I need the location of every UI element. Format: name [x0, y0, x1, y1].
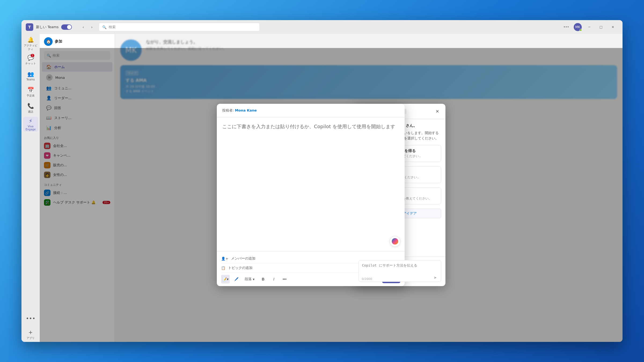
- chat-badge: 1: [31, 54, 34, 57]
- copilot-input-area: 0/2000 ➤: [354, 257, 445, 286]
- copilot-mini-icon: [392, 238, 398, 245]
- title-bar-right: ••• MK ─ □ ✕: [561, 23, 618, 31]
- sidebar-item-activity[interactable]: 🔔 アクティビティ: [23, 36, 38, 51]
- close-button[interactable]: ✕: [608, 23, 618, 31]
- nav-forward-button[interactable]: ›: [88, 23, 96, 31]
- sidebar-item-calls[interactable]: 📞 通話: [23, 101, 38, 116]
- calendar-icon-wrapper: 📅: [27, 87, 34, 93]
- paragraph-dropdown[interactable]: 段落 ▾: [243, 276, 257, 283]
- add-topic-label: トピックの追加: [228, 265, 253, 270]
- calls-icon-wrapper: 📞: [27, 103, 34, 109]
- search-icon: 🔍: [102, 25, 107, 29]
- chat-icon-wrapper: 💬 1: [27, 54, 34, 61]
- nav-back-button[interactable]: ‹: [79, 23, 87, 31]
- sidebar-item-label-activity: アクティビティ: [23, 44, 38, 51]
- search-placeholder: 検索: [109, 25, 116, 29]
- more-options-button[interactable]: •••: [561, 23, 572, 31]
- paragraph-label: 段落: [245, 277, 252, 282]
- viva-icon-wrapper: ⚡: [27, 118, 34, 124]
- sidebar-item-viva[interactable]: ⚡ Viva Engage: [23, 117, 38, 132]
- more-format-button[interactable]: •••: [280, 275, 289, 283]
- italic-label: I: [273, 277, 275, 281]
- activity-icon: 🔔: [27, 36, 34, 43]
- teams-window: T 新しい Teams ‹ › 🔍 検索 ••• MK ─ □ ✕: [21, 20, 623, 342]
- sidebar-item-label-calendar: 予定表: [27, 94, 35, 98]
- bold-button[interactable]: B: [259, 275, 268, 283]
- copilot-close-button[interactable]: ✕: [434, 108, 441, 115]
- avatar[interactable]: MK: [574, 23, 582, 31]
- add-member-label: メンバーの追加: [231, 256, 255, 261]
- copilot-send-button[interactable]: ➤: [432, 274, 438, 281]
- window-controls: ─ □ ✕: [584, 23, 618, 31]
- calls-icon: 📞: [27, 103, 34, 109]
- teams-logo-icon: T: [26, 23, 33, 31]
- global-search-bar[interactable]: 🔍 検索: [99, 23, 260, 31]
- teams-icon: 👥: [27, 71, 34, 77]
- left-panel-header: 🏠 参加: [40, 34, 115, 49]
- modal-body[interactable]: ここに下書きを入力または貼り付けるか、Copilot を使用して使用を開始します: [217, 117, 405, 251]
- teams-icon-wrapper: 👥: [27, 71, 34, 77]
- post-modal: 投稿者: Mona Kane ここに下書きを入力または貼り付けるか、Copilo…: [217, 104, 405, 286]
- author-label: 投稿者:: [222, 108, 234, 112]
- avatar-status-indicator: [580, 29, 582, 31]
- add-topic-icon: 📋: [221, 266, 225, 270]
- community-icon: 🏠: [44, 37, 53, 46]
- app-title: 新しい Teams: [36, 25, 58, 29]
- italic-button[interactable]: I: [270, 275, 278, 283]
- bold-label: B: [262, 277, 264, 281]
- modal-header: 投稿者: Mona Kane: [217, 104, 405, 117]
- nav-arrows: ‹ ›: [79, 23, 96, 31]
- author-name: Mona Kane: [235, 108, 257, 112]
- text-format-button[interactable]: 📝▾: [221, 275, 230, 283]
- copilot-fab-button[interactable]: [390, 236, 400, 247]
- minimize-button[interactable]: ─: [584, 23, 595, 31]
- apps-icon: +: [28, 329, 33, 335]
- new-teams-toggle[interactable]: [61, 24, 72, 30]
- sidebar-item-label-chat: チャット: [25, 62, 36, 65]
- maximize-button[interactable]: □: [596, 23, 606, 31]
- sidebar-item-label-calls: 通話: [28, 110, 33, 114]
- more-icon: •••: [26, 315, 35, 322]
- sidebar: 🔔 アクティビティ 💬 1 チャット 👥 Teams 📅: [21, 34, 40, 342]
- sidebar-item-teams[interactable]: 👥 Teams: [23, 68, 38, 83]
- app-body: 🔔 アクティビティ 💬 1 チャット 👥 Teams 📅: [21, 34, 623, 342]
- panel-title: 参加: [55, 39, 62, 44]
- activity-icon-wrapper: 🔔: [27, 36, 34, 43]
- highlight-button[interactable]: 🖊️: [232, 275, 240, 283]
- sidebar-item-apps[interactable]: + アプリ: [23, 327, 38, 342]
- sidebar-item-label-viva: Viva Engage: [23, 125, 38, 131]
- calendar-icon: 📅: [27, 87, 34, 93]
- sidebar-item-more[interactable]: •••: [23, 311, 38, 326]
- title-bar: T 新しい Teams ‹ › 🔍 検索 ••• MK ─ □ ✕: [21, 20, 623, 34]
- modal-overlay: 投稿者: Mona Kane ここに下書きを入力または貼り付けるか、Copilo…: [40, 48, 623, 342]
- title-bar-left: T 新しい Teams: [26, 23, 72, 31]
- viva-icon: ⚡: [29, 118, 32, 124]
- paragraph-chevron-icon: ▾: [253, 277, 255, 281]
- post-placeholder-text: ここに下書きを入力または貼り付けるか、Copilot を使用して使用を開始します: [222, 123, 399, 131]
- add-member-icon: 👤+: [221, 257, 228, 261]
- sidebar-item-calendar[interactable]: 📅 予定表: [23, 84, 38, 99]
- sidebar-item-label-apps: アプリ: [27, 336, 35, 340]
- sidebar-item-chat[interactable]: 💬 1 チャット: [23, 52, 38, 67]
- modals-wrapper: 投稿者: Mona Kane ここに下書きを入力または貼り付けるか、Copilo…: [217, 104, 445, 286]
- sidebar-item-label-teams: Teams: [26, 78, 35, 81]
- copilot-input-wrapper: 0/2000 ➤: [358, 260, 441, 283]
- char-count: 0/2000: [362, 277, 372, 281]
